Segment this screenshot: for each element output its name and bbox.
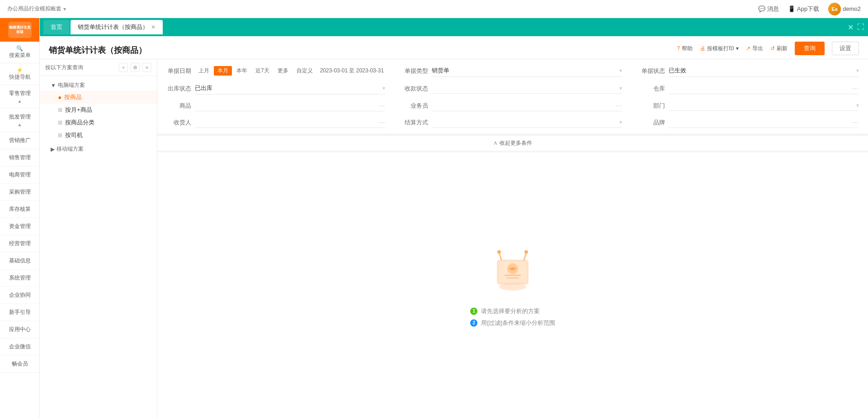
sidebar-item-search[interactable]: 🔍 搜索菜单: [0, 42, 39, 63]
dept-control[interactable]: ▾: [669, 100, 859, 111]
tab-close-icon[interactable]: ✕: [151, 24, 156, 30]
tree-item-by-driver[interactable]: ⊞ 按司机: [40, 129, 157, 142]
tab-sales-stats[interactable]: 销货单统计计表（按商品） ✕: [71, 20, 163, 34]
date-tab-this-month[interactable]: 本月: [214, 66, 232, 76]
sidebar-item-fund[interactable]: 资金管理: [0, 218, 39, 235]
date-tab-7days[interactable]: 近7天: [252, 66, 273, 76]
goods-more-icon: ···: [378, 102, 385, 109]
download-icon: 📱: [788, 5, 795, 12]
recipient-filter: 收货人 ···: [166, 117, 385, 128]
quicknav-label: 快捷导航: [2, 73, 38, 81]
collapse-text: ∧ 收起更多条件: [493, 140, 532, 146]
sidebar-item-basic[interactable]: 基础信息: [0, 252, 39, 270]
page-container: 销货单统计计表（按商品） ? 帮助 🖨 按模板打印 ▾ ↗ 导出: [40, 36, 868, 418]
refresh-label: 刷新: [777, 45, 788, 52]
sidebar-item-wholesale[interactable]: 批发管理 ▲: [0, 109, 39, 132]
maximize-window-icon[interactable]: ⛶: [857, 23, 864, 31]
dept-dropdown-icon: ▾: [856, 102, 859, 109]
svg-point-9: [524, 250, 528, 254]
sidebar-item-purchase[interactable]: 采购管理: [0, 184, 39, 201]
warehouse-label: 仓库: [640, 85, 665, 93]
system-label: 系统管理: [9, 274, 31, 282]
tab-home[interactable]: 首页: [43, 20, 70, 34]
svg-point-8: [497, 250, 501, 254]
doctype-control[interactable]: 销货单 ▾: [432, 65, 622, 77]
print-label: 按模板打印: [707, 45, 734, 52]
outstatus-control[interactable]: 已出库 ▾: [195, 82, 385, 95]
warehouse-more-icon: ···: [852, 85, 859, 92]
date-tab-this-year[interactable]: 本年: [233, 66, 251, 76]
sidebar-item-sales[interactable]: 销售管理: [0, 149, 39, 166]
export-label: 导出: [752, 45, 763, 52]
empty-state: 1 请先选择要分析的方案 2 用[过滤]条件来缩小分析范围: [157, 152, 868, 418]
close-window-icon[interactable]: ✕: [848, 23, 854, 32]
date-tabs-container: 上月 本月 本年 近7天 更多 自定义 2023-03-01 至 2023-03…: [195, 66, 385, 76]
sidebar-item-member[interactable]: 畅会员: [0, 356, 39, 373]
add-scheme-icon[interactable]: ＋: [119, 63, 128, 72]
tree-group-desktop-title[interactable]: ▼ 电脑端方案: [40, 80, 157, 91]
app-download-button[interactable]: 📱 App下载: [788, 5, 819, 13]
tree-group-mobile-title[interactable]: ▶ 移动端方案: [40, 143, 157, 155]
print-icon: 🖨: [700, 45, 705, 52]
export-button[interactable]: ↗ 导出: [746, 45, 763, 52]
tree-group-expand-icon: ▼: [51, 82, 56, 89]
user-menu[interactable]: Ea demo2: [828, 3, 861, 15]
date-filter-group: 单据日期 上月 本月 本年 近7天 更多 自定义: [166, 66, 385, 76]
help-button[interactable]: ? 帮助: [677, 45, 693, 52]
empty-illustration: [486, 244, 540, 298]
print-button[interactable]: 🖨 按模板打印 ▾: [700, 45, 739, 52]
docstatus-control[interactable]: 已生效 ▾: [669, 65, 859, 77]
sidebar-item-guide[interactable]: 新手引导: [0, 304, 39, 321]
sidebar-item-ecommerce[interactable]: 电商管理: [0, 166, 39, 184]
main-layout: 畅捷通好生意 标版 🔍 搜索菜单 ⚡ 快捷导航 零售管理 ▲ 批发管理 ▲ 营销…: [0, 18, 868, 418]
sidebar-item-inventory[interactable]: 库存核算: [0, 201, 39, 218]
query-button[interactable]: 查询: [795, 42, 825, 55]
tree-item-driver-label: 按司机: [65, 131, 83, 139]
tree-item-by-month-goods[interactable]: ⊞ 按月+商品: [40, 104, 157, 116]
sidebar-item-quicknav[interactable]: ⚡ 快捷导航: [0, 63, 39, 85]
outstatus-value: 已出库: [195, 84, 382, 92]
brand-control[interactable]: ···: [669, 117, 859, 128]
guide-label: 新手引导: [9, 309, 31, 316]
date-tab-custom[interactable]: 自定义: [293, 66, 316, 76]
tree-item-by-category[interactable]: ⊞ 按商品分类: [40, 116, 157, 129]
recipient-control[interactable]: ···: [195, 117, 385, 128]
sidebar-item-appcenter[interactable]: 应用中心: [0, 321, 39, 338]
date-label: 单据日期: [166, 67, 191, 75]
collapse-bar[interactable]: ∧ 收起更多条件: [157, 135, 868, 151]
date-tab-more[interactable]: 更多: [274, 66, 292, 76]
home-tab-label: 首页: [51, 23, 62, 31]
sidebar-logo: 畅捷通好生意 标版: [0, 18, 39, 42]
refresh-button[interactable]: ↺ 刷新: [770, 45, 788, 52]
settings-button[interactable]: 设置: [832, 42, 859, 55]
quicknav-icon: ⚡: [2, 67, 38, 73]
receivestatus-dropdown-icon: ▾: [619, 85, 622, 91]
date-tab-last-month[interactable]: 上月: [195, 66, 213, 76]
settlement-dropdown-icon: ▾: [619, 119, 622, 125]
refresh-icon: ↺: [770, 45, 775, 52]
purchase-label: 采购管理: [9, 188, 31, 196]
sidebar-item-wechat[interactable]: 企业微信: [0, 338, 39, 356]
tree-item-by-goods[interactable]: ● 按商品: [40, 91, 157, 104]
sidebar-item-collab[interactable]: 企业协同: [0, 287, 39, 304]
receivestatus-control[interactable]: ▾: [432, 83, 622, 94]
sidebar-item-marketing[interactable]: 营销推广: [0, 132, 39, 149]
sidebar-item-system[interactable]: 系统管理: [0, 270, 39, 287]
tip-text-1: 请先选择要分析的方案: [481, 307, 540, 315]
tip-text-2: 用[过滤]条件来缩小分析范围: [481, 319, 555, 327]
goods-control[interactable]: ···: [195, 100, 385, 111]
fund-label: 资金管理: [9, 223, 31, 230]
settlement-control[interactable]: ▾: [432, 117, 622, 128]
warehouse-control[interactable]: ···: [669, 83, 859, 94]
scheme-icon-2: ⊞: [58, 119, 62, 126]
collapse-panel-icon[interactable]: «: [142, 63, 151, 72]
salesman-control[interactable]: ···: [432, 100, 622, 111]
sidebar-item-operation[interactable]: 经营管理: [0, 235, 39, 252]
print-dropdown-icon[interactable]: ▾: [736, 45, 739, 52]
brand-label: 品牌: [640, 119, 665, 127]
app-selector[interactable]: 办公用品行业模拟账套 ▾: [7, 5, 66, 13]
message-button[interactable]: 💬 消息: [758, 5, 779, 13]
edit-scheme-icon[interactable]: ⊕: [131, 63, 140, 72]
main-content-area: 按以下方案查询 ＋ ⊕ « ▼ 电脑端方案: [40, 59, 868, 418]
sidebar-item-retail[interactable]: 零售管理 ▲: [0, 85, 39, 109]
